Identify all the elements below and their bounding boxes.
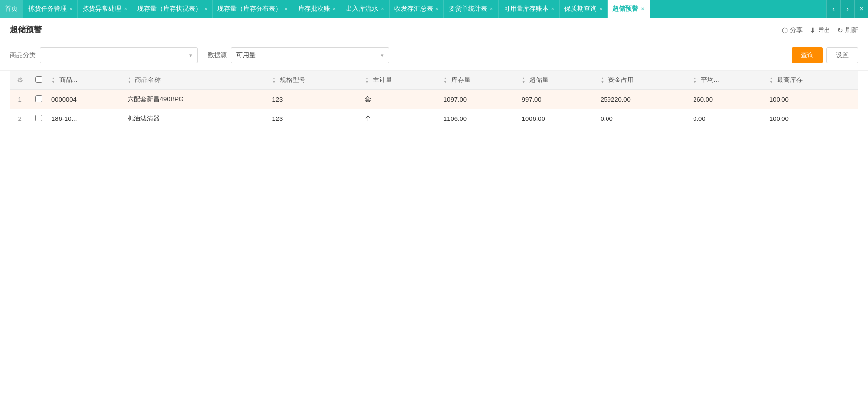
row-code: 186-10...	[47, 109, 124, 128]
close-icon[interactable]: ×	[69, 6, 72, 12]
chevron-down-icon: ▾	[189, 52, 192, 59]
table-row: 1 0000004 六配套新昌490BPG 123 套 1097.00 997.…	[10, 90, 858, 109]
table-header-row: ⚙ ▲▼ 商品... ▲▼ 商品名称 ▲▼ 规格型号	[10, 71, 858, 90]
row-index: 2	[10, 109, 30, 128]
row-name: 六配套新昌490BPG	[124, 90, 268, 109]
row-checkbox[interactable]	[35, 95, 42, 102]
page-header: 超储预警 ⬡ 分享 ⬇ 导出 ↻ 刷新	[0, 18, 868, 40]
category-label: 商品分类	[10, 51, 36, 60]
sort-icon[interactable]: ▲▼	[272, 77, 276, 84]
close-icon[interactable]: ×	[333, 6, 336, 12]
row-spec: 123	[268, 109, 361, 128]
chevron-down-icon: ▾	[381, 52, 384, 59]
row-avg: 260.00	[689, 90, 765, 109]
share-button[interactable]: ⬡ 分享	[782, 26, 803, 35]
select-all-checkbox[interactable]	[35, 76, 42, 83]
col-header-name: ▲▼ 商品名称	[124, 71, 268, 90]
row-code: 0000004	[47, 90, 124, 109]
col-header-capital: ▲▼ 资金占用	[596, 71, 689, 90]
top-navigation: 首页 拣货任务管理 × 拣货异常处理 × 现存量（库存状况表） × 现存量（库存…	[0, 0, 868, 18]
share-icon: ⬡	[782, 26, 788, 34]
col-header-overstock: ▲▼ 超储量	[518, 71, 597, 90]
row-stock: 1106.00	[439, 109, 518, 128]
close-icon[interactable]: ×	[641, 6, 644, 12]
row-name: 机油滤清器	[124, 109, 268, 128]
sort-icon[interactable]: ▲▼	[51, 77, 55, 84]
row-unit: 套	[361, 90, 439, 109]
nav-next-button[interactable]: ›	[840, 0, 854, 18]
col-header-unit: ▲▼ 主计量	[361, 71, 439, 90]
nav-item-shelf-life[interactable]: 保质期查询 ×	[560, 0, 608, 18]
nav-item-overstock[interactable]: 超储预警 ×	[608, 0, 649, 18]
nav-prev-button[interactable]: ‹	[826, 0, 840, 18]
col-header-gear: ⚙	[10, 71, 30, 90]
sort-icon[interactable]: ▲▼	[128, 77, 131, 84]
header-actions: ⬡ 分享 ⬇ 导出 ↻ 刷新	[782, 26, 858, 35]
sort-icon[interactable]: ▲▼	[769, 77, 773, 84]
table-row: 2 186-10... 机油滤清器 123 个 1106.00 1006.00 …	[10, 109, 858, 128]
category-filter-group: 商品分类 ▾	[10, 47, 198, 63]
row-index: 1	[10, 90, 30, 109]
sort-icon[interactable]: ▲▼	[600, 77, 604, 84]
row-max: 100.00	[765, 109, 858, 128]
row-avg: 0.00	[689, 109, 765, 128]
row-overstock: 1006.00	[518, 109, 597, 128]
table-header: ⚙ ▲▼ 商品... ▲▼ 商品名称 ▲▼ 规格型号	[10, 71, 858, 90]
row-capital: 0.00	[596, 109, 689, 128]
nav-item-stock-status[interactable]: 现存量（库存状况表） ×	[132, 0, 213, 18]
sort-icon[interactable]: ▲▼	[365, 77, 369, 84]
col-header-code: ▲▼ 商品...	[47, 71, 124, 90]
nav-close-button[interactable]: ×	[854, 0, 868, 18]
nav-item-task[interactable]: 拣货任务管理 ×	[23, 0, 78, 18]
sort-icon[interactable]: ▲▼	[443, 77, 447, 84]
datasource-filter-group: 数据源 可用量 ▾	[208, 47, 389, 63]
export-button[interactable]: ⬇ 导出	[810, 26, 830, 35]
col-header-avg: ▲▼ 平均...	[689, 71, 765, 90]
row-capital: 259220.00	[596, 90, 689, 109]
filter-buttons: 查询 设置	[792, 47, 858, 63]
datasource-label: 数据源	[208, 51, 227, 60]
col-header-spec: ▲▼ 规格型号	[268, 71, 361, 90]
overstock-table: ⚙ ▲▼ 商品... ▲▼ 商品名称 ▲▼ 规格型号	[10, 71, 858, 128]
sort-icon[interactable]: ▲▼	[522, 77, 526, 84]
nav-item-batch[interactable]: 库存批次账 ×	[293, 0, 341, 18]
nav-item-inout[interactable]: 出入库流水 ×	[341, 0, 389, 18]
row-checkbox[interactable]	[35, 115, 42, 121]
col-header-checkbox	[30, 71, 47, 90]
query-button[interactable]: 查询	[792, 47, 823, 63]
nav-item-stock-dist[interactable]: 现存量（库存分布表） ×	[213, 0, 293, 18]
refresh-icon: ↻	[837, 26, 843, 34]
nav-item-summary[interactable]: 收发存汇总表 ×	[390, 0, 444, 18]
close-icon[interactable]: ×	[435, 6, 438, 12]
close-icon[interactable]: ×	[599, 6, 602, 12]
close-icon[interactable]: ×	[381, 6, 384, 12]
close-icon[interactable]: ×	[204, 6, 207, 12]
row-stock: 1097.00	[439, 90, 518, 109]
nav-item-requisition[interactable]: 要货单统计表 ×	[444, 0, 498, 18]
row-unit: 个	[361, 109, 439, 128]
row-max: 100.00	[765, 90, 858, 109]
gear-icon[interactable]: ⚙	[17, 76, 23, 84]
datasource-select[interactable]: 可用量 ▾	[231, 47, 389, 63]
row-checkbox-cell	[30, 90, 47, 109]
row-overstock: 997.00	[518, 90, 597, 109]
category-select[interactable]: ▾	[40, 47, 198, 63]
nav-item-home[interactable]: 首页	[0, 0, 23, 18]
sort-icon[interactable]: ▲▼	[693, 77, 697, 84]
table-body: 1 0000004 六配套新昌490BPG 123 套 1097.00 997.…	[10, 90, 858, 128]
close-icon[interactable]: ×	[490, 6, 493, 12]
col-header-max: ▲▼ 最高库存	[765, 71, 858, 90]
close-icon[interactable]: ×	[284, 6, 287, 12]
close-icon[interactable]: ×	[551, 6, 554, 12]
settings-button[interactable]: 设置	[826, 47, 858, 63]
row-spec: 123	[268, 90, 361, 109]
nav-item-available[interactable]: 可用量库存账本 ×	[499, 0, 560, 18]
refresh-button[interactable]: ↻ 刷新	[837, 26, 858, 35]
page-content: 超储预警 ⬡ 分享 ⬇ 导出 ↻ 刷新 商品分类 ▾ 数据源	[0, 18, 868, 395]
datasource-select-value: 可用量	[236, 51, 256, 60]
table-container: ⚙ ▲▼ 商品... ▲▼ 商品名称 ▲▼ 规格型号	[0, 71, 868, 128]
export-icon: ⬇	[810, 26, 816, 34]
close-icon[interactable]: ×	[124, 6, 127, 12]
nav-item-exception[interactable]: 拣货异常处理 ×	[78, 0, 132, 18]
page-title: 超储预警	[10, 25, 42, 35]
